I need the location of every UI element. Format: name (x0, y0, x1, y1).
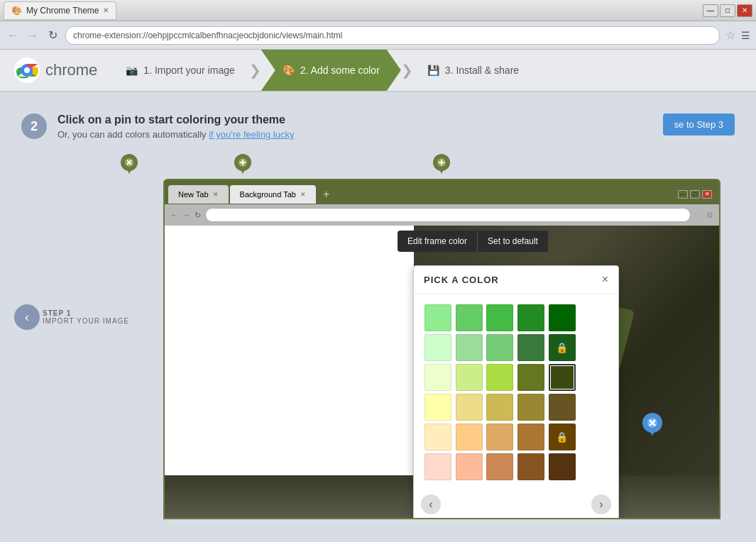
preview-reload[interactable]: ↻ (195, 211, 201, 220)
color-cell-4-1[interactable] (456, 424, 483, 450)
color-cell-0-4[interactable] (549, 304, 576, 331)
blue-pin-marker[interactable] (642, 413, 662, 440)
preview-tab-new-button[interactable]: + (317, 185, 335, 204)
next-step-button[interactable]: se to Step 3 (663, 114, 735, 136)
preview-url-bar[interactable] (205, 208, 691, 222)
reload-button[interactable]: ↻ (45, 28, 60, 42)
browser-preview-container: New Tab ✕ Background Tab ✕ + — □ ✕ ← → (78, 179, 742, 519)
preview-maximize[interactable]: □ (690, 190, 700, 199)
preview-forward[interactable]: → (182, 211, 190, 219)
pin-marker-1[interactable] (121, 154, 138, 178)
preview-settings[interactable]: ⚙ (706, 211, 713, 220)
color-cell-1-4[interactable]: 🔒 (549, 334, 576, 361)
color-picker-dialog: PICK A COLOR × 🔒 (413, 265, 619, 519)
url-bar[interactable]: chrome-extension://oehpjpccmlcalbenfhnac… (65, 26, 720, 45)
preview-tab-background[interactable]: Background Tab ✕ (230, 185, 316, 204)
browser-tab[interactable]: 🎨 My Chrome Theme ✕ (4, 1, 116, 20)
color-cell-2-0[interactable] (424, 364, 451, 391)
download-icon: 💾 (427, 65, 439, 76)
color-cell-4-4[interactable]: 🔒 (549, 424, 576, 450)
preview-close[interactable]: ✕ (702, 190, 712, 199)
color-cell-5-3[interactable] (517, 453, 544, 480)
color-cell-empty-4 (579, 424, 606, 450)
color-next-button[interactable]: › (591, 494, 611, 514)
color-cell-5-1[interactable] (456, 453, 483, 480)
back-button[interactable]: ← (6, 29, 20, 42)
color-cell-4-0[interactable] (424, 424, 451, 450)
color-cell-empty-5 (579, 453, 606, 480)
minimize-button[interactable]: — (703, 4, 718, 17)
color-cell-2-3[interactable] (517, 364, 544, 391)
preview-bookmark[interactable]: ☆ (695, 211, 702, 220)
color-cell-1-0[interactable] (424, 334, 451, 361)
color-cell-2-2[interactable] (486, 364, 513, 391)
color-cell-3-0[interactable] (424, 394, 451, 421)
color-cell-1-3[interactable] (517, 334, 544, 361)
color-cell-3-2[interactable] (486, 394, 513, 421)
color-grid: 🔒 (414, 294, 618, 491)
dialog-close-button[interactable]: × (602, 273, 608, 286)
preview-back[interactable]: ← (170, 211, 178, 219)
maximize-button[interactable]: □ (720, 4, 735, 17)
color-cell-3-3[interactable] (517, 394, 544, 421)
color-cell-2-1[interactable] (456, 364, 483, 391)
color-cell-4-2[interactable] (486, 424, 513, 450)
preview-tab2-close[interactable]: ✕ (300, 191, 306, 198)
color-cell-empty-1 (579, 334, 606, 361)
browser-preview: New Tab ✕ Background Tab ✕ + — □ ✕ ← → (163, 179, 721, 519)
chrome-menu-button[interactable]: ☰ (741, 30, 750, 41)
color-cell-5-0[interactable] (424, 453, 451, 480)
bookmark-button[interactable]: ☆ (725, 28, 735, 42)
color-cell-0-3[interactable] (517, 304, 544, 331)
preview-white-area (165, 226, 414, 518)
preview-tab1-close[interactable]: ✕ (213, 191, 219, 198)
close-button[interactable]: ✕ (737, 4, 752, 17)
color-cell-5-2[interactable] (486, 453, 513, 480)
preview-tab-new-tab[interactable]: New Tab ✕ (168, 185, 229, 204)
preview-address-bar: ← → ↻ ☆ ⚙ (165, 204, 719, 226)
color-cell-5-4[interactable] (549, 453, 576, 480)
color-cell-0-0[interactable] (424, 304, 451, 331)
chrome-logo: chrome (14, 57, 97, 83)
title-bar: 🎨 My Chrome Theme ✕ — □ ✕ (0, 0, 756, 21)
color-cell-3-1[interactable] (456, 394, 483, 421)
color-cell-1-2[interactable] (486, 334, 513, 361)
step-divider-1: ❯ (249, 62, 261, 79)
carousel-controls: ‹ › (414, 491, 618, 519)
dialog-header: PICK A COLOR × (414, 266, 618, 294)
color-cell-2-4[interactable] (549, 364, 576, 391)
color-cell-0-1[interactable] (456, 304, 483, 331)
tab-close-button[interactable]: ✕ (103, 6, 109, 14)
step3-nav-item[interactable]: 💾 3. Install & share (413, 50, 533, 91)
edit-frame-color-button[interactable]: Edit frame color (398, 231, 477, 252)
color-cell-0-2[interactable] (486, 304, 513, 331)
step2-label: 2. Add some color (300, 65, 380, 76)
color-cell-empty-0 (579, 304, 606, 331)
pin-marker-3[interactable] (433, 154, 450, 178)
preview-tab1-label: New Tab (178, 190, 209, 199)
window-controls: — □ ✕ (703, 4, 756, 17)
prev-step-button[interactable]: ‹ (14, 304, 40, 330)
preview-window-controls: — □ ✕ (678, 190, 716, 199)
pin-marker-2[interactable] (234, 154, 251, 178)
step-number: 2 (21, 114, 47, 139)
preview-tab2-label: Background Tab (240, 190, 296, 199)
color-cell-3-4[interactable] (549, 394, 576, 421)
step3-label: 3. Install & share (445, 65, 519, 76)
color-prev-button[interactable]: ‹ (421, 494, 441, 514)
set-to-default-button[interactable]: Set to default (478, 231, 548, 252)
step-heading: Click on a pin to start coloring your th… (57, 114, 652, 126)
prev-step-label: STEP 1 (43, 309, 71, 317)
color-cell-1-1[interactable] (456, 334, 483, 361)
step2-nav-item[interactable]: 🎨 2. Add some color (261, 50, 401, 91)
lucky-link[interactable]: if you're feeling lucky (209, 129, 294, 140)
dialog-title: PICK A COLOR (424, 275, 499, 285)
preview-tab-bar: New Tab ✕ Background Tab ✕ + — □ ✕ (165, 180, 719, 204)
color-cell-4-3[interactable] (517, 424, 544, 450)
color-context-menu: Edit frame color Set to default (398, 231, 548, 252)
step-subtext: Or, you can add colors automatically if … (57, 129, 652, 140)
step1-nav-item[interactable]: 📷 1. Import your image (111, 50, 248, 91)
preview-minimize[interactable]: — (678, 190, 688, 199)
url-text: chrome-extension://oehpjpccmlcalbenfhnac… (73, 31, 343, 40)
forward-button[interactable]: → (26, 29, 40, 42)
